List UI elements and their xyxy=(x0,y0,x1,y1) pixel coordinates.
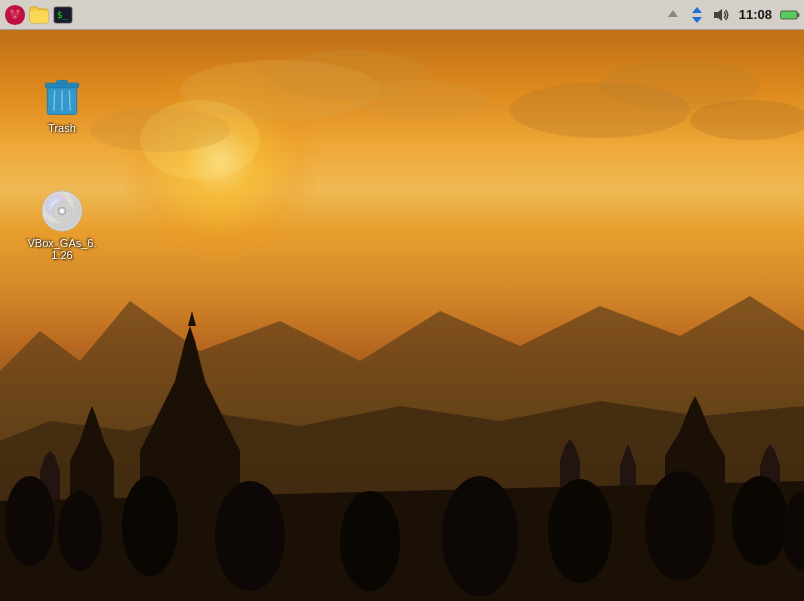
svg-marker-34 xyxy=(665,431,725,501)
taskbar-left: $_ xyxy=(4,4,663,26)
svg-point-44 xyxy=(340,491,400,591)
svg-rect-52 xyxy=(57,80,68,84)
svg-point-41 xyxy=(58,491,102,571)
taskbar-right: 11:08 xyxy=(663,5,800,25)
network-icon[interactable] xyxy=(687,5,707,25)
hills-layer xyxy=(0,351,804,501)
vbox-icon-label: VBox_GAs_6.1.26 xyxy=(26,237,98,261)
svg-marker-36 xyxy=(620,444,636,501)
notification-icon[interactable] xyxy=(663,5,683,25)
clock[interactable]: 11:08 xyxy=(735,5,776,25)
file-manager-button[interactable] xyxy=(28,4,50,26)
svg-marker-25 xyxy=(0,401,804,501)
sky-overlay xyxy=(0,30,804,373)
svg-point-60 xyxy=(60,209,64,213)
svg-point-47 xyxy=(645,471,715,581)
foreground-layer xyxy=(0,441,804,601)
svg-point-4 xyxy=(11,10,13,12)
volume-icon[interactable] xyxy=(711,5,731,25)
svg-point-40 xyxy=(5,476,55,566)
vbox-desktop-icon[interactable]: VBox_GAs_6.1.26 xyxy=(22,185,102,265)
svg-point-5 xyxy=(17,10,19,12)
svg-marker-27 xyxy=(160,381,220,501)
svg-point-49 xyxy=(782,491,804,571)
svg-marker-39 xyxy=(0,481,804,601)
svg-marker-11 xyxy=(692,17,702,23)
svg-marker-33 xyxy=(680,396,710,501)
trash-icon-label: Trash xyxy=(48,122,76,134)
svg-marker-28 xyxy=(140,411,240,501)
svg-rect-14 xyxy=(797,13,799,17)
svg-point-48 xyxy=(732,476,788,566)
svg-marker-12 xyxy=(714,9,722,21)
svg-marker-37 xyxy=(760,444,780,501)
svg-rect-38 xyxy=(0,501,804,601)
trash-desktop-icon[interactable]: Trash xyxy=(22,70,102,138)
svg-point-42 xyxy=(122,476,178,576)
svg-text:$_: $_ xyxy=(57,10,68,20)
cdrom-icon-svg xyxy=(40,189,84,233)
raspberry-pi-menu-button[interactable] xyxy=(4,4,26,26)
trash-icon-svg xyxy=(40,74,84,118)
svg-rect-15 xyxy=(781,11,796,18)
svg-marker-9 xyxy=(668,10,678,17)
svg-point-46 xyxy=(548,479,612,583)
taskbar: $_ 11:08 xyxy=(0,0,804,30)
svg-point-43 xyxy=(215,481,285,591)
svg-line-55 xyxy=(69,91,70,111)
svg-marker-31 xyxy=(70,441,114,501)
svg-marker-32 xyxy=(40,451,60,501)
svg-marker-30 xyxy=(80,406,104,501)
svg-point-45 xyxy=(442,476,518,596)
svg-line-53 xyxy=(54,91,55,111)
svg-marker-35 xyxy=(560,439,580,501)
svg-marker-10 xyxy=(692,7,702,13)
terminal-button[interactable]: $_ xyxy=(52,4,74,26)
desktop: Trash VBox_GAs_6.1.26 xyxy=(0,30,804,601)
battery-icon[interactable] xyxy=(780,5,800,25)
clock-time: 11:08 xyxy=(735,7,776,22)
svg-point-6 xyxy=(14,15,16,17)
